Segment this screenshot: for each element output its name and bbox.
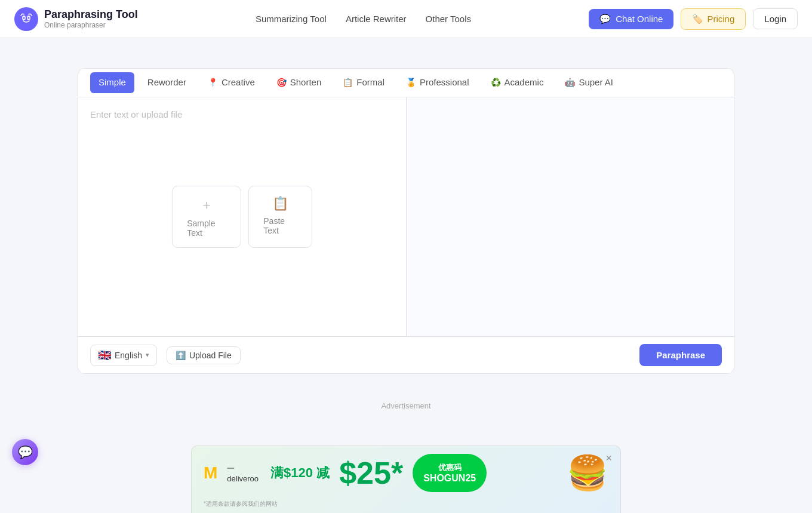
- paraphrase-button[interactable]: Paraphrase: [639, 344, 722, 366]
- ad-amount: $25*: [339, 457, 403, 489]
- shorten-icon: 🎯: [276, 78, 287, 87]
- plus-icon: ＋: [200, 196, 213, 214]
- svg-point-4: [28, 17, 30, 19]
- main-wrapper: Simple Reworder 📍 Creative 🎯 Shorten 📋 F…: [0, 38, 812, 432]
- super-ai-icon: 🤖: [565, 78, 575, 87]
- pricing-button[interactable]: 🏷️ Pricing: [681, 8, 746, 30]
- paste-text-label: Paste Text: [263, 216, 297, 235]
- formal-icon: 📋: [343, 78, 353, 87]
- tabs-bar: Simple Reworder 📍 Creative 🎯 Shorten 📋 F…: [78, 69, 734, 97]
- main-nav: Summarizing Tool Article Rewriter Other …: [256, 14, 471, 24]
- tab-professional[interactable]: 🏅 Professional: [395, 69, 480, 97]
- tab-simple-label: Simple: [99, 77, 126, 87]
- logo-subtitle: Online paraphraser: [44, 21, 138, 29]
- editor-bottom: 🇬🇧 English ▾ ⬆️ Upload File Paraphrase: [78, 336, 734, 373]
- ad-disclaimer: *适用条款请参阅我们的网站: [192, 500, 620, 513]
- chat-bubble-icon: 💬: [18, 445, 33, 459]
- ad-disclaimer-text: *适用条款请参阅我们的网站: [204, 500, 278, 507]
- nav-summarizing-tool[interactable]: Summarizing Tool: [256, 14, 327, 24]
- nav-other-tools[interactable]: Other Tools: [426, 14, 471, 24]
- upload-file-button[interactable]: ⬆️ Upload File: [167, 346, 241, 364]
- bottom-ad-banner: × M 一deliveroo 满$120 减 $25* 优惠码 SHOGUN25…: [191, 446, 621, 513]
- tab-formal-label: Formal: [356, 77, 385, 87]
- ad-badge: 优惠码 SHOGUN25: [413, 454, 487, 492]
- header-actions: 💬 Chat Online 🏷️ Pricing Login: [589, 8, 798, 30]
- close-ad-button[interactable]: ×: [605, 452, 612, 465]
- tab-professional-label: Professional: [420, 77, 469, 87]
- academic-icon: ♻️: [491, 78, 501, 87]
- svg-point-0: [18, 11, 35, 27]
- editor-right: [407, 97, 734, 336]
- chat-bubble-button[interactable]: 💬: [12, 439, 38, 465]
- upload-icon: ⬆️: [176, 351, 186, 360]
- tab-simple[interactable]: Simple: [90, 72, 134, 93]
- ad-burger-icon: 🍔: [567, 453, 608, 493]
- chat-icon: 💬: [599, 14, 611, 24]
- ad-deliveroo-logo: 一deliveroo: [227, 463, 259, 483]
- bottom-ad-inner: M 一deliveroo 满$120 减 $25* 优惠码 SHOGUN25 🍔: [192, 446, 620, 500]
- creative-icon: 📍: [208, 78, 218, 87]
- tab-shorten[interactable]: 🎯 Shorten: [266, 69, 333, 97]
- bottom-left: 🇬🇧 English ▾ ⬆️ Upload File: [90, 345, 241, 366]
- professional-icon: 🏅: [406, 78, 416, 87]
- header: Paraphrasing Tool Online paraphraser Sum…: [0, 0, 812, 38]
- tab-super-ai-label: Super AI: [579, 77, 613, 87]
- clipboard-icon: 📋: [272, 196, 288, 211]
- ad-badge-line1: 优惠码: [438, 462, 462, 473]
- svg-point-3: [23, 17, 25, 19]
- upload-label: Upload File: [189, 351, 232, 360]
- logo-icon: [14, 7, 38, 31]
- sample-text-label: Sample Text: [187, 219, 226, 238]
- ad-text: Advertisement: [381, 401, 430, 410]
- tab-creative-label: Creative: [222, 77, 255, 87]
- language-label: English: [115, 351, 142, 360]
- ad-mcd-logo: M: [204, 463, 217, 483]
- logo-title: Paraphrasing Tool: [44, 8, 138, 21]
- pricing-label: Pricing: [707, 14, 734, 24]
- tab-academic[interactable]: ♻️ Academic: [480, 69, 555, 97]
- logo-text: Paraphrasing Tool Online paraphraser: [44, 8, 138, 29]
- editor-area: ＋ Sample Text 📋 Paste Text: [78, 97, 734, 336]
- tab-academic-label: Academic: [505, 77, 544, 87]
- tab-shorten-label: Shorten: [290, 77, 322, 87]
- flag-icon: 🇬🇧: [98, 349, 111, 362]
- editor-left: ＋ Sample Text 📋 Paste Text: [78, 97, 407, 336]
- tab-formal[interactable]: 📋 Formal: [332, 69, 395, 97]
- tab-creative[interactable]: 📍 Creative: [197, 69, 266, 97]
- logo-area: Paraphrasing Tool Online paraphraser: [14, 7, 138, 31]
- paste-text-button[interactable]: 📋 Paste Text: [248, 186, 312, 248]
- main-container: Simple Reworder 📍 Creative 🎯 Shorten 📋 F…: [78, 68, 734, 374]
- advertisement-label: Advertisement: [78, 392, 734, 420]
- ad-badge-code: SHOGUN25: [423, 473, 476, 484]
- chat-online-button[interactable]: 💬 Chat Online: [589, 9, 673, 29]
- login-button[interactable]: Login: [753, 8, 798, 29]
- pricing-icon: 🏷️: [692, 14, 703, 24]
- quick-actions: ＋ Sample Text 📋 Paste Text: [160, 180, 324, 254]
- chevron-down-icon: ▾: [146, 351, 149, 359]
- language-selector[interactable]: 🇬🇧 English ▾: [90, 345, 157, 366]
- tab-super-ai[interactable]: 🤖 Super AI: [554, 69, 624, 97]
- ad-prefix-text: 满$120 减: [270, 464, 330, 482]
- tab-reworder-label: Reworder: [147, 77, 186, 87]
- sample-text-button[interactable]: ＋ Sample Text: [172, 186, 241, 248]
- nav-article-rewriter[interactable]: Article Rewriter: [346, 14, 407, 24]
- chat-online-label: Chat Online: [616, 14, 663, 24]
- tab-reworder[interactable]: Reworder: [137, 69, 197, 97]
